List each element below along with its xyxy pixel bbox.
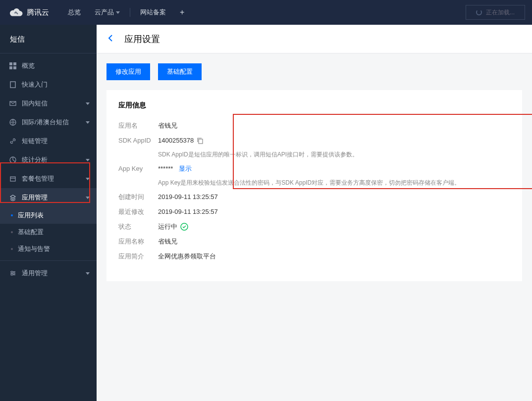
link-icon [9,137,17,145]
stack-icon [9,194,17,201]
row-sdk-appid: SDK AppID 1400255378 [118,136,510,146]
check-circle-icon [180,223,188,231]
main-content: 应用设置 修改应用 基础配置 应用信息 应用名 省钱兄 SDK AppID 14… [97,25,532,401]
chevron-down-icon [86,102,90,105]
divider [130,8,130,17]
sidebar-item-label: 套餐包管理 [22,174,54,183]
sidebar-item-shortlink[interactable]: 短链管理 [0,132,97,150]
brand-text: 腾讯云 [27,8,49,17]
value: 全网优惠券领取平台 [158,251,216,261]
chevron-down-icon [86,272,90,275]
chevron-down-icon [116,11,120,14]
sidebar-item-quickstart[interactable]: 快速入门 [0,75,97,94]
sidebar-sub-label: 通知与告警 [18,245,50,253]
sidebar-item-domestic-sms[interactable]: 国内短信 [0,94,97,113]
sidebar-sub-label: 基础配置 [18,228,44,237]
row-app-key: App Key ****** 显示 [118,164,510,174]
appkey-note: App Key是用来校验短信发送合法性的密码，与SDK AppID对应，需要业务… [158,179,510,187]
sidebar-item-label: 国际/港澳台短信 [22,118,69,127]
label: 状态 [118,222,158,232]
mail-icon [9,100,17,107]
chevron-down-icon [86,121,90,124]
topbar: 腾讯云 总览 云产品 网站备案 + 正在加载... [0,0,532,25]
value: 2019-09-11 13:25:57 [158,192,218,202]
action-buttons: 修改应用 基础配置 [106,63,522,80]
row-app-desc: 应用简介 全网优惠券领取平台 [118,251,510,261]
nav-overview[interactable]: 总览 [61,8,88,17]
sidebar-item-label: 概览 [22,61,35,70]
value: 省钱兄 [158,237,177,247]
sidebar-sub-alert[interactable]: 通知与告警 [0,241,97,257]
row-create-time: 创建时间 2019-09-11 13:25:57 [118,192,510,202]
cloud-icon [10,7,23,18]
copy-icon[interactable] [197,137,204,144]
app-info-panel: 应用信息 应用名 省钱兄 SDK AppID 1400255378 SDK Ap… [106,90,522,281]
sidebar-item-label: 快速入门 [22,80,48,89]
svg-point-10 [13,273,15,274]
nav-products[interactable]: 云产品 [88,8,127,17]
sidebar-item-overview[interactable]: 概览 [0,56,97,75]
sidebar-title: 短信 [0,25,97,53]
sidebar-item-label: 应用管理 [22,193,48,202]
value: 省钱兄 [158,121,177,131]
grid-icon [9,62,17,70]
label: 最近修改 [118,207,158,217]
sidebar-item-label: 短链管理 [22,137,48,146]
row-app-name: 应用名称 省钱兄 [118,237,510,247]
show-key-link[interactable]: 显示 [179,164,192,174]
value: 2019-09-11 13:25:57 [158,207,218,217]
brand-logo[interactable]: 腾讯云 [10,7,49,18]
label: 创建时间 [118,192,158,202]
value: ****** 显示 [158,164,192,174]
globe-icon [9,118,17,126]
svg-point-9 [11,271,13,273]
basic-config-button[interactable]: 基础配置 [158,63,202,80]
sidebar-item-label: 统计分析 [22,155,48,164]
svg-rect-8 [10,177,15,181]
sdk-note: SDK AppID是短信应用的唯一标识，调用短信API接口时，需要提供该参数。 [158,150,510,159]
bullet-icon [11,231,13,233]
loading-text: 正在加载... [486,8,515,17]
doc-icon [9,81,17,89]
sidebar-item-label: 国内短信 [22,99,48,108]
sidebar-item-label: 通用管理 [22,269,48,278]
svg-rect-1 [13,62,16,65]
sidebar-sub-app-list[interactable]: 应用列表 [0,207,97,224]
label: 应用名 [118,121,158,131]
edit-app-button[interactable]: 修改应用 [106,63,150,80]
add-tab-button[interactable]: + [173,8,191,17]
row-app-name-top: 应用名 省钱兄 [118,121,510,131]
label: 应用简介 [118,251,158,261]
row-mod-time: 最近修改 2019-09-11 13:25:57 [118,207,510,217]
status-badge: 运行中 [158,222,188,232]
panel-title: 应用信息 [118,101,510,110]
svg-point-11 [11,274,13,276]
bullet-icon [11,248,13,250]
sidebar-item-app-manage[interactable]: 应用管理 [0,188,97,207]
nav-beian[interactable]: 网站备案 [133,8,173,17]
bullet-icon [11,214,13,216]
chevron-down-icon [86,159,90,161]
chevron-down-icon [86,178,90,180]
sidebar-item-stats[interactable]: 统计分析 [0,150,97,169]
sidebar-item-intl-sms[interactable]: 国际/港澳台短信 [0,113,97,132]
label: SDK AppID [118,136,158,146]
svg-rect-0 [9,62,12,65]
label: App Key [118,164,158,174]
sidebar-sub-basic-config[interactable]: 基础配置 [0,224,97,241]
row-status: 状态 运行中 [118,222,510,232]
sliders-icon [9,269,17,277]
spinner-icon [476,9,482,15]
package-icon [9,175,17,183]
value: 1400255378 [158,136,204,146]
sidebar-sub-label: 应用列表 [18,211,44,220]
loading-indicator: 正在加载... [466,5,525,20]
sidebar: 短信 概览 快速入门 国内短信 国际/港澳台短信 短链管理 统计分析 [0,25,97,401]
sidebar-item-package[interactable]: 套餐包管理 [0,169,97,188]
chart-icon [9,156,17,164]
sidebar-item-general[interactable]: 通用管理 [0,264,97,283]
back-arrow-icon[interactable] [106,34,115,45]
content-header: 应用设置 [97,25,532,53]
svg-rect-4 [10,82,15,88]
label: 应用名称 [118,237,158,247]
